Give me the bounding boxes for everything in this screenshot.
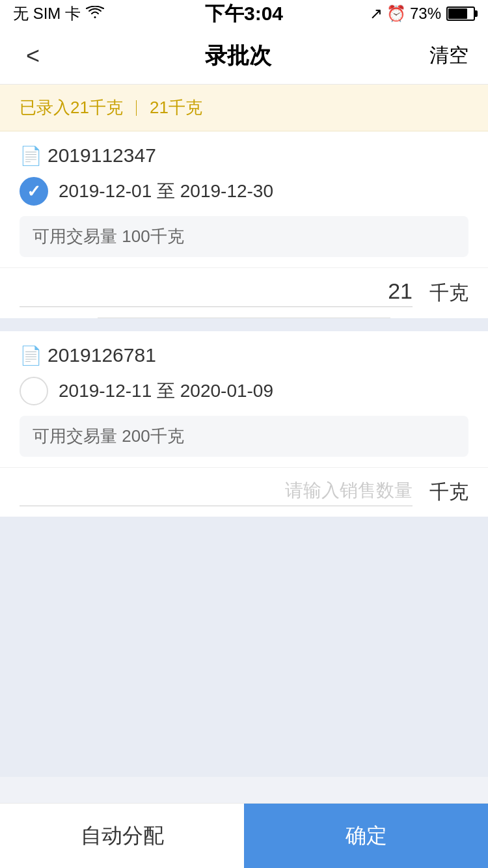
batch-id-1: 2019112347	[47, 144, 156, 167]
clear-button[interactable]: 清空	[429, 42, 468, 69]
batch-availability-1: 可用交易量 100千克	[20, 216, 468, 257]
empty-area	[0, 517, 488, 777]
batch-availability-2: 可用交易量 200千克	[20, 416, 468, 457]
info-divider	[136, 100, 137, 116]
confirm-button[interactable]: 确定	[244, 804, 488, 868]
battery-percentage: 73%	[410, 5, 441, 23]
status-left: 无 SIM 卡	[13, 3, 104, 24]
batch-date-2: 2019-12-11 至 2020-01-09	[59, 379, 273, 403]
location-icon: ↗	[370, 5, 383, 23]
alarm-icon: ⏰	[386, 5, 406, 23]
quantity-unit-2: 千克	[429, 479, 468, 506]
batch-item-2: 📄 2019126781 2019-12-11 至 2020-01-09 可用交…	[0, 331, 488, 517]
batch-item-1: 📄 2019112347 2019-12-01 至 2019-12-30 可用交…	[0, 131, 488, 318]
batch-id-2: 2019126781	[47, 344, 156, 366]
quantity-row-2: 请输入销售数量 千克	[0, 467, 488, 517]
batch-icon-1: 📄	[20, 145, 42, 167]
status-bar: 无 SIM 卡 下午3:04 ↗ ⏰ 73%	[0, 0, 488, 27]
quantity-placeholder-2: 请输入销售数量	[20, 478, 413, 503]
batch-row-2[interactable]: 2019-12-11 至 2020-01-09	[0, 372, 488, 413]
carrier-label: 无 SIM 卡	[13, 3, 81, 24]
batch-row-1[interactable]: 2019-12-01 至 2019-12-30	[0, 172, 488, 213]
quantity-row-1: 21 千克	[0, 267, 488, 318]
quantity-input-wrapper-1: 21	[20, 278, 413, 307]
batch-header-1: 📄 2019112347	[0, 131, 488, 172]
battery-icon	[446, 7, 475, 21]
quantity-value-1: 21	[388, 278, 413, 304]
auto-distribute-button[interactable]: 自动分配	[0, 804, 244, 868]
status-time: 下午3:04	[205, 1, 283, 27]
radio-2[interactable]	[20, 377, 48, 405]
info-banner: 已录入21千克 21千克	[0, 85, 488, 131]
main-content: 📄 2019112347 2019-12-01 至 2019-12-30 可用交…	[0, 131, 488, 842]
page-title: 录批次	[205, 41, 271, 71]
back-button[interactable]: <	[20, 36, 46, 76]
wifi-icon	[86, 5, 104, 23]
info-value: 21千克	[150, 96, 202, 119]
batch-icon-2: 📄	[20, 345, 42, 366]
status-right: ↗ ⏰ 73%	[370, 5, 475, 23]
batch-separator	[0, 318, 488, 331]
bottom-bar: 自动分配 确定	[0, 803, 488, 868]
radio-1[interactable]	[20, 177, 48, 206]
quantity-input-wrapper-2[interactable]: 请输入销售数量	[20, 478, 413, 506]
batch-header-2: 📄 2019126781	[0, 331, 488, 372]
batch-date-1: 2019-12-01 至 2019-12-30	[59, 179, 273, 204]
info-label: 已录入21千克	[20, 96, 123, 119]
quantity-unit-1: 千克	[429, 280, 468, 306]
nav-bar: < 录批次 清空	[0, 27, 488, 85]
